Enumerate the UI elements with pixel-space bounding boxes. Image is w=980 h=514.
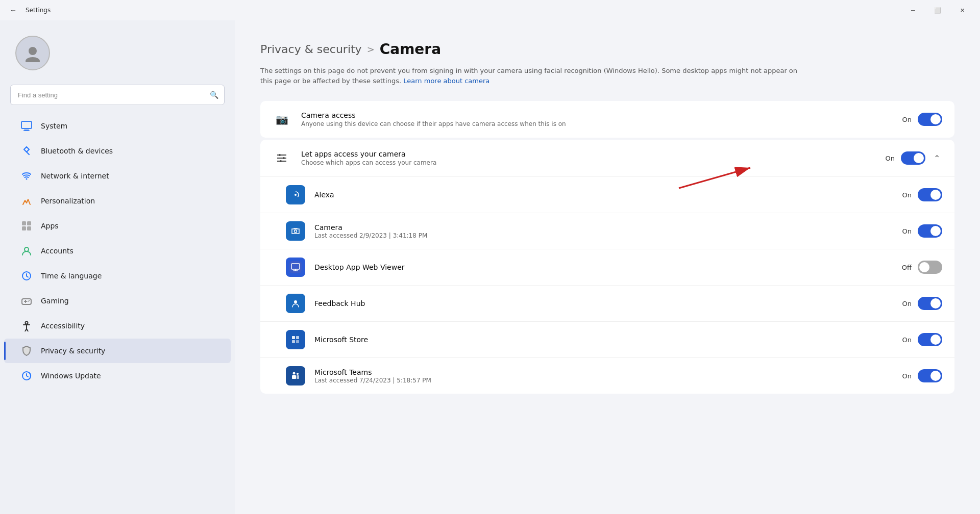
breadcrumb-parent[interactable]: Privacy & security bbox=[260, 43, 362, 56]
svg-point-14 bbox=[29, 300, 30, 301]
back-button[interactable]: ← bbox=[6, 3, 20, 17]
svg-point-0 bbox=[29, 47, 37, 55]
svg-rect-2 bbox=[21, 121, 32, 128]
app-status-microsoft-store: On bbox=[902, 336, 912, 344]
camera-access-toggle[interactable] bbox=[918, 113, 942, 126]
svg-rect-27 bbox=[289, 225, 302, 237]
search-box[interactable]: 🔍 bbox=[10, 85, 225, 105]
app-toggle-desktop-web-viewer[interactable] bbox=[918, 261, 942, 274]
app-row-camera: CameraLast accessed 2/9/2023 | 3:41:18 P… bbox=[260, 213, 954, 249]
sidebar-item-system[interactable]: System bbox=[4, 114, 231, 138]
windows-update-icon bbox=[19, 369, 34, 383]
sidebar-item-label-network: Network & internet bbox=[41, 172, 109, 180]
camera-access-icon: 📷 bbox=[273, 110, 291, 128]
gaming-icon bbox=[19, 294, 34, 308]
let-apps-expand[interactable]: ⌃ bbox=[932, 151, 942, 165]
sidebar-item-time[interactable]: Time & language bbox=[4, 264, 231, 288]
time-icon bbox=[19, 269, 34, 283]
app-toggle-feedback-hub[interactable] bbox=[918, 297, 942, 310]
app-control-microsoft-teams: On bbox=[902, 369, 942, 382]
svg-point-32 bbox=[294, 300, 297, 303]
camera-access-card: 📷 Camera access Anyone using this device… bbox=[260, 101, 954, 138]
app-row-microsoft-store: Microsoft StoreOn bbox=[260, 322, 954, 358]
svg-rect-4 bbox=[23, 131, 30, 131]
app-toggle-microsoft-store[interactable] bbox=[918, 333, 942, 346]
app-name-camera: Camera bbox=[314, 223, 893, 232]
svg-point-1 bbox=[26, 57, 40, 62]
window-controls: ─ ⬜ ✕ bbox=[901, 2, 974, 18]
let-apps-icon bbox=[273, 149, 291, 167]
privacy-icon bbox=[19, 344, 34, 358]
app-control-alexa: On bbox=[902, 188, 942, 201]
sidebar-item-windows-update[interactable]: Windows Update bbox=[4, 364, 231, 388]
sidebar-item-bluetooth[interactable]: Bluetooth & devices bbox=[4, 139, 231, 163]
svg-point-22 bbox=[280, 160, 282, 162]
search-input[interactable] bbox=[10, 85, 225, 105]
let-apps-status: On bbox=[886, 155, 895, 162]
sidebar-item-label-accounts: Accounts bbox=[41, 247, 74, 255]
let-apps-card: Let apps access your camera Choose which… bbox=[260, 140, 954, 394]
sidebar-item-label-privacy: Privacy & security bbox=[41, 347, 105, 355]
app-container: 🔍 SystemBluetooth & devicesNetwork & int… bbox=[0, 20, 980, 514]
let-apps-text: Let apps access your camera Choose which… bbox=[301, 150, 875, 166]
svg-point-5 bbox=[26, 178, 28, 180]
sidebar-item-label-accessibility: Accessibility bbox=[41, 322, 85, 330]
system-icon bbox=[19, 119, 34, 133]
app-status-alexa: On bbox=[902, 191, 912, 199]
network-icon bbox=[19, 169, 34, 183]
app-icon-desktop-web-viewer bbox=[286, 258, 305, 277]
sidebar-item-label-time: Time & language bbox=[41, 272, 102, 280]
maximize-button[interactable]: ⬜ bbox=[926, 2, 949, 18]
app-toggle-camera[interactable] bbox=[918, 224, 942, 238]
app-text-alexa: Alexa bbox=[314, 191, 893, 199]
camera-access-subtitle: Anyone using this device can choose if t… bbox=[301, 120, 892, 127]
sidebar-item-label-windows-update: Windows Update bbox=[41, 372, 101, 380]
search-icon: 🔍 bbox=[210, 91, 218, 99]
close-button[interactable]: ✕ bbox=[950, 2, 974, 18]
sidebar-nav: SystemBluetooth & devicesNetwork & inter… bbox=[0, 113, 235, 389]
app-status-feedback-hub: On bbox=[902, 300, 912, 307]
sidebar-item-accessibility[interactable]: Accessibility bbox=[4, 314, 231, 338]
let-apps-toggle[interactable] bbox=[901, 151, 925, 165]
sidebar-item-label-bluetooth: Bluetooth & devices bbox=[41, 147, 113, 155]
svg-point-10 bbox=[24, 247, 29, 251]
sidebar-item-privacy[interactable]: Privacy & security bbox=[4, 339, 231, 363]
sidebar-item-gaming[interactable]: Gaming bbox=[4, 289, 231, 313]
avatar bbox=[15, 36, 50, 70]
learn-more-link[interactable]: Learn more about camera bbox=[403, 77, 489, 85]
app-status-desktop-web-viewer: Off bbox=[902, 264, 912, 271]
svg-rect-36 bbox=[292, 340, 295, 343]
accounts-icon bbox=[19, 244, 34, 258]
camera-access-title: Camera access bbox=[301, 111, 892, 119]
camera-access-status: On bbox=[902, 116, 912, 123]
app-name-microsoft-store: Microsoft Store bbox=[314, 336, 893, 344]
sidebar-item-accounts[interactable]: Accounts bbox=[4, 239, 231, 263]
svg-point-15 bbox=[26, 322, 28, 324]
svg-point-18 bbox=[279, 154, 281, 156]
sidebar-item-network[interactable]: Network & internet bbox=[4, 164, 231, 188]
svg-rect-7 bbox=[27, 221, 31, 225]
breadcrumb: Privacy & security > Camera bbox=[260, 41, 954, 58]
let-apps-row: Let apps access your camera Choose which… bbox=[260, 140, 954, 177]
app-toggle-microsoft-teams[interactable] bbox=[918, 369, 942, 382]
accessibility-icon bbox=[19, 319, 34, 333]
breadcrumb-current: Camera bbox=[380, 41, 441, 58]
app-row-desktop-web-viewer: Desktop App Web ViewerOff bbox=[260, 249, 954, 286]
sidebar-item-personalization[interactable]: Personalization bbox=[4, 189, 231, 213]
app-text-feedback-hub: Feedback Hub bbox=[314, 299, 893, 307]
camera-access-row: 📷 Camera access Anyone using this device… bbox=[260, 101, 954, 138]
app-icon-microsoft-teams bbox=[286, 366, 305, 386]
svg-point-13 bbox=[28, 301, 29, 302]
minimize-button[interactable]: ─ bbox=[901, 2, 925, 18]
app-text-microsoft-teams: Microsoft TeamsLast accessed 7/24/2023 |… bbox=[314, 368, 893, 384]
personalization-icon bbox=[19, 194, 34, 208]
user-section bbox=[0, 25, 235, 81]
svg-rect-34 bbox=[292, 336, 295, 339]
svg-rect-9 bbox=[27, 226, 31, 230]
svg-rect-8 bbox=[22, 226, 26, 230]
app-toggle-alexa[interactable] bbox=[918, 188, 942, 201]
sidebar-item-apps[interactable]: Apps bbox=[4, 214, 231, 238]
svg-rect-3 bbox=[24, 130, 29, 131]
app-row-alexa: AlexaOn bbox=[260, 177, 954, 213]
svg-point-39 bbox=[293, 372, 296, 375]
